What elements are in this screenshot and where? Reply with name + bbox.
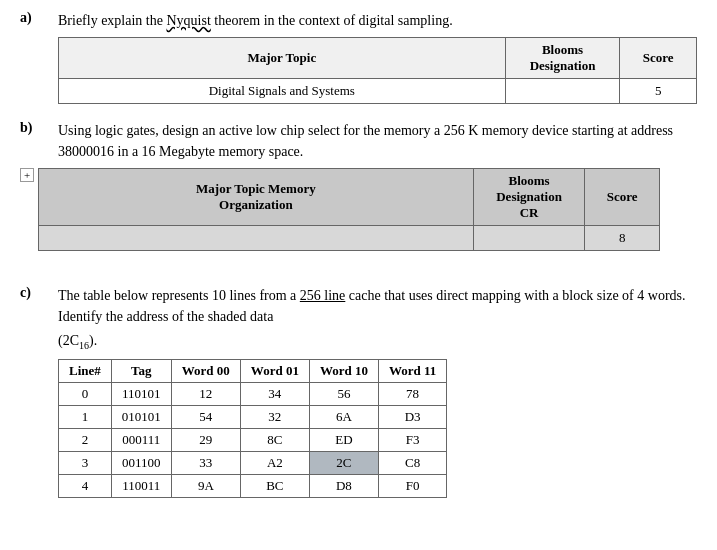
- cache-cell: 2C: [309, 451, 378, 474]
- question-b-text: Using logic gates, design an active low …: [58, 120, 697, 162]
- cache-table-row: 300110033A22CC8: [59, 451, 447, 474]
- nyquist-underline: Nyquist: [166, 13, 210, 28]
- question-a-row: a) Briefly explain the Nyquist theorem i…: [20, 10, 697, 31]
- cache-cell: 6A: [309, 405, 378, 428]
- spacer: [20, 261, 697, 269]
- question-c-note: (2C16).: [58, 333, 697, 351]
- cache-cell: 9A: [171, 474, 240, 497]
- cache-cell: F0: [378, 474, 446, 497]
- question-a-text: Briefly explain the Nyquist theorem in t…: [58, 10, 697, 31]
- table-b-row: 8: [39, 226, 660, 251]
- cache-cell: 34: [240, 382, 309, 405]
- col-b-score-header: Score: [585, 169, 660, 226]
- cache-cell: 0: [59, 382, 112, 405]
- blooms-value: [505, 79, 620, 104]
- cache-cell: A2: [240, 451, 309, 474]
- cache-col-tag: Tag: [111, 359, 171, 382]
- cache-cell: 56: [309, 382, 378, 405]
- cache-cell: 33: [171, 451, 240, 474]
- cache-col-w01: Word 01: [240, 359, 309, 382]
- cache-cell: 001100: [111, 451, 171, 474]
- cache-table-row: 41100119ABCD8F0: [59, 474, 447, 497]
- col-major-topic-header: Major Topic: [59, 38, 506, 79]
- cache-col-w11: Word 11: [378, 359, 446, 382]
- cache-table-row: 2000111298CEDF3: [59, 428, 447, 451]
- question-b-row: b) Using logic gates, design an active l…: [20, 120, 697, 162]
- cache-cell: 3: [59, 451, 112, 474]
- expand-button[interactable]: +: [20, 168, 34, 182]
- question-c-text: The table below represents 10 lines from…: [58, 285, 697, 327]
- cache-cell: BC: [240, 474, 309, 497]
- cache-col-w00: Word 00: [171, 359, 240, 382]
- col-b-major-topic-header: Major Topic MemoryOrganization: [39, 169, 474, 226]
- cache-table: Line# Tag Word 00 Word 01 Word 10 Word 1…: [58, 359, 447, 498]
- cache-table-row: 101010154326AD3: [59, 405, 447, 428]
- b-score-cell: 8: [585, 226, 660, 251]
- question-a-label: a): [20, 10, 50, 26]
- cache-cell: 78: [378, 382, 446, 405]
- cache-cell: 29: [171, 428, 240, 451]
- table-b-header-row: Major Topic MemoryOrganization BloomsDes…: [39, 169, 660, 226]
- major-topic-value: Digital Signals and Systems: [59, 79, 506, 104]
- question-a: a) Briefly explain the Nyquist theorem i…: [20, 10, 697, 104]
- cache-cell: ED: [309, 428, 378, 451]
- question-b: b) Using logic gates, design an active l…: [20, 120, 697, 269]
- question-c-label: c): [20, 285, 50, 301]
- cache-cell: 32: [240, 405, 309, 428]
- table-row: Digital Signals and Systems 5: [59, 79, 697, 104]
- cache-col-line: Line#: [59, 359, 112, 382]
- cache-cell: 110101: [111, 382, 171, 405]
- col-score-header: Score: [620, 38, 697, 79]
- cache-header-row: Line# Tag Word 00 Word 01 Word 10 Word 1…: [59, 359, 447, 382]
- question-a-table: Major Topic BloomsDesignation Score Digi…: [58, 37, 697, 104]
- cache-cell: 54: [171, 405, 240, 428]
- cache-cell: 010101: [111, 405, 171, 428]
- cache-cell: D3: [378, 405, 446, 428]
- cache-table-row: 011010112345678: [59, 382, 447, 405]
- cache-cell: 4: [59, 474, 112, 497]
- cache-cell: F3: [378, 428, 446, 451]
- b-major-topic-cell: [39, 226, 474, 251]
- question-b-table: Major Topic MemoryOrganization BloomsDes…: [38, 168, 660, 251]
- b-blooms-cell: [473, 226, 585, 251]
- question-c: c) The table below represents 10 lines f…: [20, 285, 697, 498]
- page-content: a) Briefly explain the Nyquist theorem i…: [0, 0, 717, 524]
- cache-col-w10: Word 10: [309, 359, 378, 382]
- question-b-label: b): [20, 120, 50, 136]
- cache-cell: 8C: [240, 428, 309, 451]
- col-blooms-header: BloomsDesignation: [505, 38, 620, 79]
- cache-cell: 110011: [111, 474, 171, 497]
- cache-underline: 256 line: [300, 288, 346, 303]
- cache-cell: 000111: [111, 428, 171, 451]
- cache-cell: 2: [59, 428, 112, 451]
- cache-cell: D8: [309, 474, 378, 497]
- table-header-row: Major Topic BloomsDesignation Score: [59, 38, 697, 79]
- cache-cell: 12: [171, 382, 240, 405]
- score-value: 5: [620, 79, 697, 104]
- col-b-blooms-header: BloomsDesignationCR: [473, 169, 585, 226]
- cache-cell: 1: [59, 405, 112, 428]
- question-c-row: c) The table below represents 10 lines f…: [20, 285, 697, 327]
- cache-cell: C8: [378, 451, 446, 474]
